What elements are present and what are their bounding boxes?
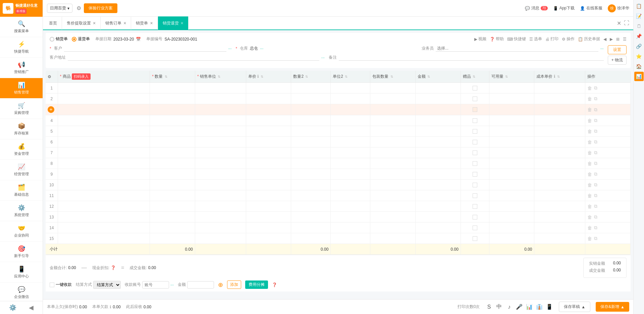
unit-cell-2[interactable] xyxy=(195,93,246,104)
save-new-btn[interactable]: 保存&新增 ▲ xyxy=(596,302,629,312)
sidebar-item-finance[interactable]: 💰 资金管理 xyxy=(0,139,43,160)
copy-icon-9[interactable]: ⧉ xyxy=(594,171,597,177)
copy-icon-12[interactable]: ⧉ xyxy=(594,203,597,209)
copy-icon-13[interactable]: ⧉ xyxy=(594,214,597,220)
gift-cell-1[interactable] xyxy=(461,83,489,93)
delete-icon-7[interactable]: 🗑 xyxy=(587,150,592,155)
logistics-btn[interactable]: + 物流 xyxy=(608,56,627,65)
right-panel-icon-6[interactable]: ⭐ xyxy=(634,52,644,61)
gift-cell-3[interactable] xyxy=(461,104,489,115)
amount-cell-2[interactable] xyxy=(416,93,461,104)
shortcut-btn[interactable]: ⌨ 快捷键 xyxy=(507,36,526,42)
amount-cell-3[interactable] xyxy=(416,104,461,115)
gift-checkbox-2[interactable] xyxy=(473,97,477,101)
select-btn[interactable]: ☰ 选单 xyxy=(529,36,542,42)
scan-btn[interactable]: 扫码录入 xyxy=(72,73,91,80)
copy-icon-3[interactable]: ⧉ xyxy=(594,107,597,113)
list-view-icon[interactable]: ☰ xyxy=(623,37,627,42)
calendar-icon[interactable]: 📅 xyxy=(136,37,141,42)
sidebar-item-business[interactable]: 📈 经营管理 xyxy=(0,160,43,180)
prev-icon[interactable]: ◀ xyxy=(603,37,606,42)
sidebar-collapse-icon[interactable]: ◀ xyxy=(29,304,34,311)
product-cell-4[interactable] xyxy=(58,115,150,126)
unit-cell-1[interactable] xyxy=(195,83,246,93)
toolbar-icon-2[interactable]: 中 xyxy=(495,303,503,311)
tab-home[interactable]: 首页 xyxy=(44,16,62,30)
cost-cell-3[interactable] xyxy=(534,104,585,115)
unit2-cell-2[interactable] xyxy=(331,93,370,104)
toolbar-icon-7[interactable]: 📱 xyxy=(545,303,553,311)
toolbar-icon-1[interactable]: S xyxy=(485,303,493,311)
tab-sales-return[interactable]: 销货退货 × xyxy=(158,16,189,30)
add-icon[interactable]: ⊕ xyxy=(218,281,223,289)
print-btn[interactable]: 🖨 打印 xyxy=(545,36,558,42)
gift-checkbox-1[interactable] xyxy=(473,86,477,90)
toolbar-icon-5[interactable]: 📊 xyxy=(525,303,533,311)
available-cell-2[interactable] xyxy=(489,93,534,104)
sidebar-item-shortcut[interactable]: ⚡ 快捷导航 xyxy=(0,37,43,58)
help-btn[interactable]: ❓ 帮助 xyxy=(490,36,504,42)
sidebar-item-purchase[interactable]: 🛒 采购管理 xyxy=(0,99,43,119)
pkg-cell-2[interactable] xyxy=(370,93,416,104)
unit-cell-3[interactable] xyxy=(195,104,246,115)
product-cell-3[interactable] xyxy=(58,104,150,115)
copy-icon-7[interactable]: ⧉ xyxy=(594,150,597,155)
sidebar-item-newbie[interactable]: 🎯 新手引导 xyxy=(0,242,43,262)
copy-icon-8[interactable]: ⧉ xyxy=(594,161,597,166)
copy-icon-4[interactable]: ⧉ xyxy=(594,118,597,123)
save-draft-btn[interactable]: 保存草稿 ▲ xyxy=(559,302,590,312)
tab-sales-delivery[interactable]: 销货单 × xyxy=(131,16,158,30)
sidebar-settings-icon[interactable]: ⚙️ xyxy=(9,304,16,311)
sidebar-item-system[interactable]: ⚙️ 系统管理 xyxy=(0,201,43,221)
sidebar-item-sales[interactable]: 📊 销售管理 xyxy=(0,78,43,99)
delete-icon-3[interactable]: 🗑 xyxy=(587,107,592,112)
table-settings-icon[interactable]: ⚙ xyxy=(48,74,51,79)
pkg-cell-1[interactable] xyxy=(370,83,416,93)
tab-return-close[interactable]: × xyxy=(181,20,183,26)
settings-btn[interactable]: 设置 xyxy=(608,45,627,54)
delete-icon-8[interactable]: 🗑 xyxy=(587,161,592,166)
operation-btn[interactable]: ⚙ 操作 xyxy=(562,36,575,42)
right-panel-icon-8[interactable]: 📊 xyxy=(634,72,644,81)
app-download-btn[interactable]: 📱 App下载 xyxy=(553,5,575,11)
address-input[interactable] xyxy=(68,54,319,61)
product-cell-2[interactable] xyxy=(58,93,150,104)
right-panel-icon-1[interactable]: 📋 xyxy=(634,1,644,11)
close-tab-icon[interactable]: ✕ xyxy=(617,20,621,26)
copy-icon-15[interactable]: ⧉ xyxy=(594,236,597,241)
right-panel-icon-2[interactable]: 📝 xyxy=(634,11,644,21)
sidebar-item-basic[interactable]: 🗂️ 基础信息 xyxy=(0,180,43,201)
right-panel-icon-3[interactable]: 🗒 xyxy=(634,21,644,31)
delete-icon-13[interactable]: 🗑 xyxy=(587,214,592,220)
qty-cell-2[interactable] xyxy=(150,93,195,104)
copy-icon-10[interactable]: ⧉ xyxy=(594,182,597,188)
tab-price-close[interactable]: × xyxy=(93,20,96,26)
available-cell-1[interactable] xyxy=(489,83,534,93)
online-service-btn[interactable]: 👤 在线客服 xyxy=(580,5,602,11)
delete-icon-4[interactable]: 🗑 xyxy=(587,118,592,123)
copy-icon-5[interactable]: ⧉ xyxy=(594,128,597,134)
sidebar-item-enterprise[interactable]: 🤝 企业协同 xyxy=(0,221,43,242)
video-btn[interactable]: ▶ 视频 xyxy=(474,36,486,42)
one-key-payment[interactable]: 一键收款 xyxy=(50,282,72,288)
price-cell-3[interactable] xyxy=(246,104,291,115)
radio-return[interactable]: 退货单 xyxy=(72,36,90,42)
sidebar-item-inventory[interactable]: 📦 库存核算 xyxy=(0,119,43,139)
delete-icon-2[interactable]: 🗑 xyxy=(587,96,592,102)
delete-icon-1[interactable]: 🗑 xyxy=(587,85,592,91)
add-row-btn[interactable]: + xyxy=(48,106,54,113)
copy-icon-6[interactable]: ⧉ xyxy=(594,139,597,145)
user-menu[interactable]: 徐 徐泽华 xyxy=(608,4,629,12)
qty-cell-1[interactable] xyxy=(150,83,195,93)
history-btn[interactable]: 📋 历史单据 xyxy=(578,36,600,42)
gear-icon[interactable]: ⚙ xyxy=(76,5,81,11)
account-input[interactable] xyxy=(142,281,169,289)
cost-cell-1[interactable] xyxy=(534,83,585,93)
delete-icon-10[interactable]: 🗑 xyxy=(587,182,592,188)
toolbar-icon-6[interactable]: 👔 xyxy=(535,303,543,311)
delete-icon-14[interactable]: 🗑 xyxy=(587,225,592,231)
maximize-icon[interactable]: ⛶ xyxy=(624,20,629,26)
available-cell-3[interactable] xyxy=(489,104,534,115)
tab-order-close[interactable]: × xyxy=(123,20,126,26)
delete-icon-5[interactable]: 🗑 xyxy=(587,129,592,134)
